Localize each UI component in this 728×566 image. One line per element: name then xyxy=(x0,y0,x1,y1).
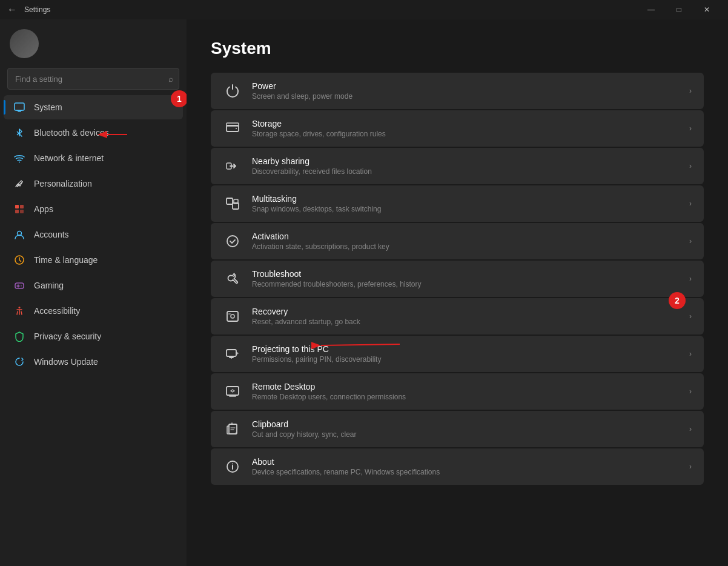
nearby-sharing-icon xyxy=(223,156,242,176)
clipboard-desc: Cut and copy history, sync, clear xyxy=(252,430,680,439)
minimize-button[interactable]: — xyxy=(637,0,665,19)
multitasking-desc: Snap windows, desktops, task switching xyxy=(252,205,680,213)
power-chevron: › xyxy=(689,87,692,95)
annotation-badge-2: 2 xyxy=(669,292,686,309)
projecting-chevron: › xyxy=(689,350,692,358)
titlebar: ← Settings — □ ✕ xyxy=(0,0,728,19)
sidebar-label-accessibility: Accessibility xyxy=(34,306,80,316)
titlebar-left: ← Settings xyxy=(7,4,50,15)
settings-item-nearby-sharing[interactable]: Nearby sharing Discoverability, received… xyxy=(211,148,704,184)
storage-text: Storage Storage space, drives, configura… xyxy=(252,119,680,138)
sidebar-label-gaming: Gaming xyxy=(34,281,64,290)
activation-icon xyxy=(223,231,242,251)
svg-rect-6 xyxy=(15,210,19,213)
svg-point-16 xyxy=(236,128,237,129)
svg-rect-7 xyxy=(20,210,24,213)
search-icon: ⌕ xyxy=(168,74,173,84)
sidebar-item-apps[interactable]: Apps xyxy=(4,197,183,221)
sidebar-item-privacy[interactable]: Privacy & security xyxy=(4,324,183,348)
search-input[interactable] xyxy=(7,68,179,90)
storage-title: Storage xyxy=(252,119,680,128)
svg-rect-25 xyxy=(227,350,236,356)
sidebar-item-system[interactable]: System 1 xyxy=(4,95,183,119)
recovery-text: Recovery Reset, advanced startup, go bac… xyxy=(252,307,680,326)
settings-item-multitasking[interactable]: Multitasking Snap windows, desktops, tas… xyxy=(211,185,704,222)
sidebar-item-accessibility[interactable]: Accessibility xyxy=(4,299,183,323)
recovery-title: Recovery xyxy=(252,307,680,316)
settings-list: Power Screen and sleep, power mode › Sto… xyxy=(211,73,704,485)
troubleshoot-icon xyxy=(223,269,242,288)
activation-desc: Activation state, subscriptions, product… xyxy=(252,242,680,251)
svg-point-29 xyxy=(232,464,233,465)
settings-item-activation[interactable]: Activation Activation state, subscriptio… xyxy=(211,223,704,259)
sidebar-item-network[interactable]: Network & internet xyxy=(4,146,183,170)
accessibility-icon xyxy=(13,305,25,317)
sidebar-item-update[interactable]: Windows Update xyxy=(4,350,183,374)
troubleshoot-title: Troubleshoot xyxy=(252,269,680,279)
svg-rect-26 xyxy=(227,387,239,395)
power-text: Power Screen and sleep, power mode xyxy=(252,81,680,101)
remote-desktop-chevron: › xyxy=(689,387,692,396)
app-title: Settings xyxy=(24,5,50,14)
settings-item-power[interactable]: Power Screen and sleep, power mode › xyxy=(211,73,704,109)
remote-desktop-icon xyxy=(223,382,242,401)
sidebar-item-accounts[interactable]: Accounts xyxy=(4,222,183,247)
back-button[interactable]: ← xyxy=(7,4,17,15)
recovery-chevron: › xyxy=(689,312,692,321)
power-icon xyxy=(223,81,242,101)
troubleshoot-desc: Recommended troubleshooters, preferences… xyxy=(252,280,680,288)
troubleshoot-chevron: › xyxy=(689,275,692,283)
settings-item-remote-desktop[interactable]: Remote Desktop Remote Desktop users, con… xyxy=(211,373,704,410)
settings-item-about[interactable]: About Device specifications, rename PC, … xyxy=(211,448,704,485)
clipboard-title: Clipboard xyxy=(252,419,680,429)
projecting-icon xyxy=(223,344,242,364)
sidebar-item-gaming[interactable]: Gaming xyxy=(4,273,183,298)
remote-desktop-title: Remote Desktop xyxy=(252,382,680,391)
annotation-badge-1: 1 xyxy=(171,90,187,107)
projecting-desc: Permissions, pairing PIN, discoverabilit… xyxy=(252,355,680,364)
clipboard-icon xyxy=(223,419,242,439)
nearby-sharing-chevron: › xyxy=(689,162,692,170)
sidebar-label-time: Time & language xyxy=(34,255,98,265)
sidebar-label-system: System xyxy=(34,102,62,112)
bluetooth-icon xyxy=(13,127,25,139)
about-chevron: › xyxy=(689,462,692,471)
nearby-sharing-title: Nearby sharing xyxy=(252,156,680,166)
svg-point-21 xyxy=(227,236,238,247)
close-button[interactable]: ✕ xyxy=(693,0,721,19)
settings-item-clipboard[interactable]: Clipboard Cut and copy history, sync, cl… xyxy=(211,411,704,447)
svg-point-23 xyxy=(231,315,234,318)
svg-rect-0 xyxy=(15,103,24,110)
remote-desktop-desc: Remote Desktop users, connection permiss… xyxy=(252,393,680,401)
main-content: System Power Screen and sleep, power mod… xyxy=(187,19,728,566)
sidebar-item-time[interactable]: Time & language xyxy=(4,248,183,272)
sidebar-item-personalization[interactable]: Personalization xyxy=(4,171,183,196)
nearby-sharing-text: Nearby sharing Discoverability, received… xyxy=(252,156,680,176)
time-icon xyxy=(13,254,25,266)
activation-title: Activation xyxy=(252,231,680,241)
settings-item-storage[interactable]: Storage Storage space, drives, configura… xyxy=(211,110,704,147)
gaming-icon xyxy=(13,279,25,291)
multitasking-icon xyxy=(223,194,242,213)
storage-desc: Storage space, drives, configuration rul… xyxy=(252,130,680,138)
page-title: System xyxy=(211,39,704,58)
multitasking-text: Multitasking Snap windows, desktops, tas… xyxy=(252,194,680,213)
settings-item-troubleshoot[interactable]: Troubleshoot Recommended troubleshooters… xyxy=(211,261,704,297)
svg-rect-27 xyxy=(229,424,237,434)
svg-point-12 xyxy=(21,287,22,288)
recovery-desc: Reset, advanced startup, go back xyxy=(252,318,680,326)
privacy-icon xyxy=(13,330,25,342)
svg-point-3 xyxy=(19,162,20,163)
avatar xyxy=(10,29,39,58)
storage-icon xyxy=(223,119,242,138)
settings-item-recovery[interactable]: Recovery Reset, advanced startup, go bac… xyxy=(211,298,704,335)
svg-rect-15 xyxy=(227,123,239,126)
sidebar-item-bluetooth[interactable]: Bluetooth & devices xyxy=(4,121,183,145)
recovery-icon xyxy=(223,307,242,326)
settings-item-projecting[interactable]: Projecting to this PC Permissions, pairi… xyxy=(211,336,704,372)
window-controls: — □ ✕ xyxy=(637,0,721,19)
maximize-button[interactable]: □ xyxy=(665,0,693,19)
search-box: ⌕ xyxy=(7,68,179,90)
troubleshoot-text: Troubleshoot Recommended troubleshooters… xyxy=(252,269,680,288)
sidebar: ⌕ System 1 Bluetooth & devices Network &… xyxy=(0,19,187,566)
